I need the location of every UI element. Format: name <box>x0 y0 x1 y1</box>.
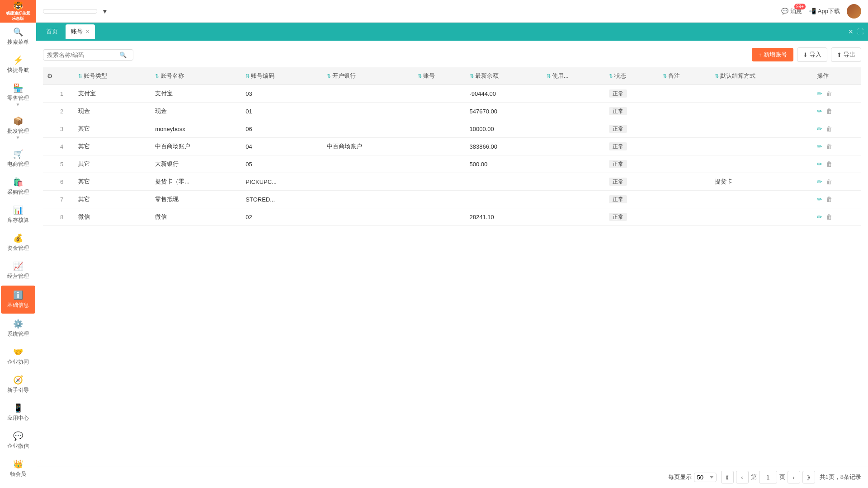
cell-type: 其它 <box>75 155 151 173</box>
app-download-icon: 📲 <box>809 8 816 14</box>
th-default-settle: ⇅默认结算方式 <box>711 67 813 85</box>
sidebar-item-operations[interactable]: 📈 经营管理 <box>0 257 36 285</box>
status-badge: 正常 <box>609 89 627 98</box>
page-number-input[interactable] <box>759 471 777 483</box>
sidebar-item-retail[interactable]: 🏪 零售管理 ▼ <box>0 79 36 112</box>
sort-balance-icon[interactable]: ⇅ <box>470 73 474 79</box>
wholesale-expand-icon: ▼ <box>16 135 20 140</box>
cell-bank <box>323 155 414 173</box>
cell-status: 正常 <box>605 173 659 191</box>
sidebar-item-basic-info[interactable]: ℹ️ 基础信息 <box>1 286 35 314</box>
edit-button[interactable]: ✏ <box>817 178 822 185</box>
cell-remarks <box>659 191 711 208</box>
cell-settings <box>43 208 57 226</box>
edit-button[interactable]: ✏ <box>817 160 822 168</box>
cell-account <box>414 138 466 155</box>
edit-button[interactable]: ✏ <box>817 196 822 203</box>
delete-button[interactable]: 🗑 <box>826 178 832 185</box>
table-row: 2 现金 现金 01 547670.00 正常 ✏ 🗑 <box>43 103 861 120</box>
th-index <box>57 67 75 85</box>
sidebar-item-label: 快捷导航 <box>7 66 29 74</box>
page-first-button[interactable]: ⟪ <box>721 471 734 483</box>
sidebar-item-system[interactable]: ⚙️ 系统管理 <box>0 314 36 343</box>
page-next-button[interactable]: › <box>788 471 800 483</box>
page-prev-button[interactable]: ‹ <box>736 471 749 483</box>
cell-code: STORED... <box>242 191 323 208</box>
sidebar-item-inventory[interactable]: 📊 库存核算 <box>0 201 36 229</box>
logo-icon: 🐯 <box>6 1 30 11</box>
sidebar-item-app-center[interactable]: 📱 应用中心 <box>0 399 36 427</box>
cell-actions: ✏ 🗑 <box>813 208 861 226</box>
status-badge: 正常 <box>609 160 627 168</box>
sidebar-item-guide[interactable]: 🧭 新手引导 <box>0 371 36 399</box>
sort-status-icon[interactable]: ⇅ <box>609 73 613 79</box>
cell-name: 支付宝 <box>151 85 242 103</box>
sidebar-item-label: 系统管理 <box>7 330 29 338</box>
sidebar-item-member[interactable]: 👑 畅会员 <box>0 455 36 483</box>
main-area: ▼ 💬 消息 99+ 📲 App下载 首页 账号 ✕ ✕ ⛶ <box>36 0 868 488</box>
edit-button[interactable]: ✏ <box>817 143 822 150</box>
sort-usage-icon[interactable]: ⇅ <box>547 73 551 79</box>
sidebar-item-purchase[interactable]: 🛍️ 采购管理 <box>0 173 36 201</box>
delete-button[interactable]: 🗑 <box>826 125 832 132</box>
sidebar-item-enterprise-wechat[interactable]: 💬 企业微信 <box>0 427 36 455</box>
search-icon[interactable]: 🔍 <box>119 52 127 58</box>
edit-button[interactable]: ✏ <box>817 125 822 132</box>
import-button[interactable]: ⬇ 导入 <box>797 47 827 62</box>
column-settings-icon[interactable]: ⚙ <box>47 72 53 80</box>
delete-button[interactable]: 🗑 <box>826 160 832 168</box>
th-balance: ⇅最新余额 <box>466 67 543 85</box>
message-button[interactable]: 💬 消息 99+ <box>781 7 802 15</box>
finance-icon: 💰 <box>13 233 23 243</box>
operations-icon: 📈 <box>13 261 23 271</box>
sort-account-icon[interactable]: ⇅ <box>418 73 422 79</box>
user-avatar[interactable] <box>847 4 861 19</box>
delete-button[interactable]: 🗑 <box>826 196 832 203</box>
app-logo[interactable]: 🐯 畅捷通好生意乐惠版 <box>0 0 36 23</box>
sidebar-item-quick-nav[interactable]: ⚡ 快捷导航 <box>0 51 36 79</box>
sidebar-item-label: 新手引导 <box>7 386 29 394</box>
sort-code-icon[interactable]: ⇅ <box>245 73 250 79</box>
sidebar-item-finance[interactable]: 💰 资金管理 <box>0 229 36 257</box>
cell-remarks <box>659 208 711 226</box>
add-icon: + <box>758 52 762 58</box>
sidebar-item-label: 经营管理 <box>7 272 29 280</box>
sidebar-item-search-menu[interactable]: 🔍 搜索菜单 <box>0 23 36 51</box>
cell-index: 4 <box>57 138 75 155</box>
tab-accounts[interactable]: 账号 ✕ <box>66 24 95 39</box>
export-button[interactable]: ⬆ 导出 <box>831 47 861 62</box>
cell-index: 3 <box>57 120 75 138</box>
tab-fullscreen-icon[interactable]: ⛶ <box>857 28 863 35</box>
edit-button[interactable]: ✏ <box>817 90 822 97</box>
page-last-button[interactable]: ⟫ <box>802 471 815 483</box>
sort-settle-icon[interactable]: ⇅ <box>715 73 719 79</box>
add-account-button[interactable]: + 新增账号 <box>752 48 793 61</box>
cell-default-settle <box>711 191 813 208</box>
edit-button[interactable]: ✏ <box>817 213 822 221</box>
action-buttons: ✏ 🗑 <box>817 178 858 185</box>
edit-button[interactable]: ✏ <box>817 108 822 115</box>
tab-close-icon[interactable]: ✕ <box>85 29 90 35</box>
sort-type-icon[interactable]: ⇅ <box>78 73 82 79</box>
sidebar-item-ecommerce[interactable]: 🛒 电商管理 <box>0 145 36 173</box>
search-input[interactable] <box>47 52 119 58</box>
th-type: ⇅账号类型 <box>75 67 151 85</box>
app-download-button[interactable]: 📲 App下载 <box>809 7 840 15</box>
cell-settings <box>43 191 57 208</box>
delete-button[interactable]: 🗑 <box>826 90 832 97</box>
th-code: ⇅账号编码 <box>242 67 323 85</box>
action-buttons: ✏ 🗑 <box>817 143 858 150</box>
sort-name-icon[interactable]: ⇅ <box>155 73 159 79</box>
sort-bank-icon[interactable]: ⇅ <box>327 73 331 79</box>
sidebar-item-wholesale[interactable]: 📦 批发管理 ▼ <box>0 112 36 145</box>
delete-button[interactable]: 🗑 <box>826 143 832 150</box>
cell-type: 支付宝 <box>75 85 151 103</box>
tab-home[interactable]: 首页 <box>41 24 63 39</box>
dropdown-button[interactable]: ▼ <box>102 8 108 15</box>
sort-remarks-icon[interactable]: ⇅ <box>663 73 667 79</box>
delete-button[interactable]: 🗑 <box>826 108 832 115</box>
delete-button[interactable]: 🗑 <box>826 213 832 221</box>
sidebar-item-enterprise[interactable]: 🤝 企业协同 <box>0 343 36 371</box>
page-size-dropdown[interactable]: 50 10 20 100 <box>694 473 717 482</box>
tab-close-all-icon[interactable]: ✕ <box>848 28 854 35</box>
